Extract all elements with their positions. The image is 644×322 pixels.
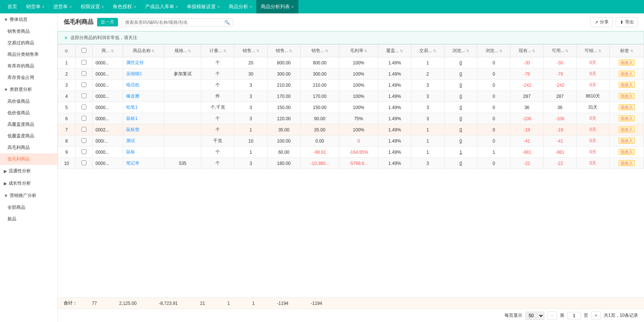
row-browse1[interactable]: 0 [444,102,477,113]
close-icon[interactable]: × [102,4,104,9]
row-checkbox[interactable] [75,113,92,124]
sidebar-item-low-margin[interactable]: 低毛利商品 [0,153,57,165]
nav-item-template-settings[interactable]: 单据模板设置 × [182,0,224,13]
nav-item-product-entry[interactable]: 产成品入库单 × [141,0,182,13]
row-checkbox[interactable] [75,102,92,113]
col-header-sales-amount[interactable]: 销售... [300,45,339,57]
search-icon[interactable]: 🔍 [224,20,230,25]
sidebar-item-low-value[interactable]: 低价值商品 [0,107,57,119]
date-filter-button[interactable]: 近一月 [97,18,118,26]
sidebar-group-growth[interactable]: ▶ 成长性分析 [0,177,57,189]
row-browse1[interactable]: 0 [444,124,477,136]
row-browse1[interactable]: 0 [444,80,477,91]
search-input[interactable] [125,20,224,25]
sidebar-item-high-coverage[interactable]: 高覆盖度商品 [0,119,57,130]
row-gross-margin: 100% [339,102,378,113]
row-browse2: 0 [477,136,510,147]
sidebar-item-high-value[interactable]: 高价值商品 [0,96,57,107]
per-page-select[interactable]: 50 20 100 [525,312,544,320]
row-browse2: 0 [477,113,510,124]
col-header-saleable[interactable]: 可销... [576,45,609,57]
select-all-checkbox[interactable] [81,48,86,53]
row-checkbox[interactable] [75,68,92,80]
close-icon[interactable]: × [134,4,136,9]
sidebar-item-new-products[interactable]: 新品 [0,213,57,225]
col-header-sales-price[interactable]: 销售... [267,45,301,57]
prev-page-button[interactable]: ＜ [547,311,557,320]
col-header-code[interactable]: 商... [92,45,123,57]
nav-item-role-auth[interactable]: 角色授权 × [108,0,140,13]
col-header-available[interactable]: 可用... [544,45,577,57]
share-button[interactable]: ↗ 分享 [590,17,613,27]
row-name[interactable]: 属性定价 [123,57,164,68]
row-browse1[interactable]: 0 [444,91,477,102]
row-browse1[interactable]: 0 [444,68,477,80]
sidebar-group-marketing[interactable]: ▼ 营销推广分析 [0,189,57,202]
sidebar-item-traded-products[interactable]: 交易过的商品 [0,37,57,49]
row-sales-amount: -98.91 [300,147,339,158]
settings-col-header[interactable]: ⚙ [58,45,76,57]
col-header-sales-count[interactable]: 销售... [234,45,267,57]
sidebar-group-overview[interactable]: ▼ 整体信息 [0,13,57,26]
sidebar-item-low-coverage[interactable]: 低覆盖度商品 [0,130,57,142]
row-name[interactable]: 鼠标 [123,147,164,158]
page-input[interactable] [567,312,581,319]
row-name[interactable]: 橡皮擦 [123,91,164,102]
col-header-tag[interactable]: 标签 [609,45,644,57]
row-checkbox[interactable] [75,147,92,158]
sidebar-item-inventory-capital[interactable]: 库存资金占用 [0,72,57,83]
sidebar-item-sales-products[interactable]: 销售类商品 [0,26,57,37]
row-checkbox[interactable] [75,91,92,102]
sidebar-item-stocked-products[interactable]: 有库存的商品 [0,60,57,72]
row-name[interactable]: 鼠标1 [123,113,164,124]
col-header-coverage[interactable]: 覆盖... [378,45,411,57]
checkbox-col-header[interactable] [75,45,92,57]
next-page-button[interactable]: ＞ [591,311,601,320]
col-header-spec[interactable]: 规格... [164,45,201,57]
sidebar-group-circulation[interactable]: ▶ 流通性分析 [0,165,57,177]
close-icon[interactable]: × [291,4,294,9]
col-header-unit[interactable]: 计量... [201,45,234,57]
row-checkbox[interactable] [75,158,92,169]
close-icon[interactable]: × [69,4,71,9]
row-browse1[interactable]: 1 [444,147,477,158]
row-name[interactable]: 吴细细1 [123,68,164,80]
total-available: -1194 [311,301,322,306]
sidebar-item-all-products[interactable]: 全部商品 [0,202,57,213]
row-browse1[interactable]: 0 [444,158,477,169]
col-header-browse2[interactable]: 浏览... [477,45,510,57]
export-button[interactable]: ⬆ 导出 [616,17,638,27]
sidebar-item-category-sales-rate[interactable]: 商品分类销售率 [0,49,57,60]
row-name[interactable]: 铅笔1 [123,102,164,113]
nav-item-product-analysis-list[interactable]: 商品分析列表 × [256,0,298,13]
nav-item-home[interactable]: 首页 [3,0,22,13]
row-name[interactable]: 测试 [123,136,164,147]
col-header-current-stock[interactable]: 现有... [510,45,544,57]
col-header-name[interactable]: 商品名称 [123,45,164,57]
sidebar-group-cluster-analysis[interactable]: ▼ 类群度分析 [0,83,57,96]
row-name[interactable]: 电话机 [123,80,164,91]
close-icon[interactable]: × [42,4,44,9]
row-name[interactable]: 笔记本 [123,158,164,169]
nav-item-sales-order[interactable]: 销货单 × [22,0,49,13]
close-icon[interactable]: × [217,4,220,9]
col-header-transaction[interactable]: 交易... [411,45,444,57]
row-sales-price: 210.00 [267,80,301,91]
col-header-gross-margin[interactable]: 毛利率 [339,45,378,57]
close-icon[interactable]: × [250,4,252,9]
row-browse1[interactable]: 0 [444,136,477,147]
row-checkbox[interactable] [75,80,92,91]
sidebar-item-high-margin[interactable]: 高毛利商品 [0,142,57,153]
row-checkbox[interactable] [75,57,92,68]
close-icon[interactable]: × [176,4,178,9]
row-browse1[interactable]: 0 [444,113,477,124]
nav-item-permission-settings[interactable]: 权限设置 × [76,0,108,13]
row-browse1[interactable]: 0 [444,57,477,68]
row-checkbox[interactable] [75,136,92,147]
row-name[interactable]: 鼠标垫 [123,124,164,136]
row-checkbox[interactable] [75,124,92,136]
col-header-browse1[interactable]: 浏览... [444,45,477,57]
nav-item-product-analysis[interactable]: 商品分析 × [224,0,256,13]
nav-item-purchase-order[interactable]: 进货单 × [49,0,76,13]
row-num: 10 [58,158,76,169]
